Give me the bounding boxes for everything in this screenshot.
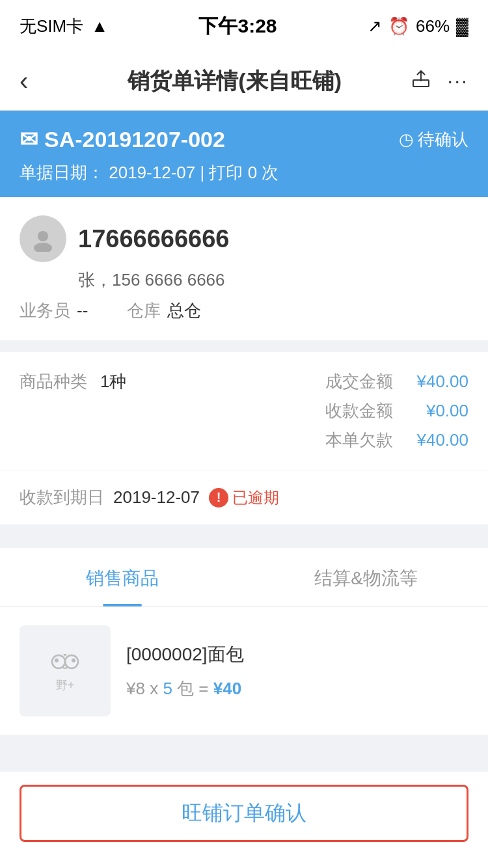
back-button[interactable]: ‹ <box>20 66 59 96</box>
nav-bar: ‹ 销货单详情(来自旺铺) ··· <box>0 52 488 111</box>
product-thumbnail: 野+ <box>20 625 111 716</box>
alarm-icon: ⏰ <box>388 16 409 36</box>
svg-point-2 <box>38 231 48 241</box>
nav-actions: ··· <box>411 68 468 94</box>
product-item: 野+ [0000002]面包 ¥8 x 5 包 = ¥40 <box>0 607 488 735</box>
order-status: ◷ 待确认 <box>399 128 468 151</box>
battery-icon: ▓ <box>456 16 468 36</box>
customer-meta: 业务员 -- 仓库 总仓 <box>20 299 468 322</box>
status-time: 下午3:28 <box>198 13 277 40</box>
deal-amount-row: 成交金额 ¥40.00 <box>325 370 468 393</box>
amount-details: 成交金额 ¥40.00 收款金额 ¥0.00 本单欠款 ¥40.00 <box>325 370 468 452</box>
status-left: 无SIM卡 ▲ <box>20 15 108 38</box>
customer-section: 17666666666 张，156 6666 6666 业务员 -- 仓库 总仓 <box>0 197 488 340</box>
due-date-section: 收款到期日 2019-12-07 ! 已逾期 <box>0 470 488 524</box>
wifi-icon: ▲ <box>91 16 108 36</box>
svg-point-3 <box>34 243 52 252</box>
svg-marker-8 <box>63 654 67 657</box>
status-bar: 无SIM卡 ▲ 下午3:28 ↗ ⏰ 66% ▓ <box>0 0 488 52</box>
status-clock-icon: ◷ <box>399 129 414 150</box>
product-type: 商品种类 1种 <box>20 370 126 393</box>
svg-point-6 <box>55 658 59 662</box>
carrier-label: 无SIM卡 <box>20 15 83 38</box>
order-id: ✉ SA-20191207-002 <box>20 126 225 152</box>
product-info: [0000002]面包 ¥8 x 5 包 = ¥40 <box>126 642 468 700</box>
warehouse-item: 仓库 总仓 <box>127 299 201 322</box>
received-amount-row: 收款金额 ¥0.00 <box>325 400 468 422</box>
overdue-badge: ! 已逾期 <box>209 487 279 508</box>
divider-2 <box>0 524 488 536</box>
divider-1 <box>0 340 488 352</box>
svg-point-4 <box>52 655 65 668</box>
location-icon: ↗ <box>368 16 382 36</box>
customer-avatar <box>20 215 66 262</box>
svg-point-5 <box>65 655 78 668</box>
sales-item: 业务员 -- <box>20 299 88 322</box>
owed-amount-row: 本单欠款 ¥40.00 <box>325 429 468 452</box>
order-id-icon: ✉ <box>20 126 38 152</box>
product-name: [0000002]面包 <box>126 642 468 667</box>
confirm-button-wrapper: 旺铺订单确认 <box>0 772 488 868</box>
product-calc: ¥8 x 5 包 = ¥40 <box>126 677 468 700</box>
tab-sales-products[interactable]: 销售商品 <box>0 548 244 606</box>
more-button[interactable]: ··· <box>447 69 468 93</box>
customer-name: 张，156 6666 6666 <box>78 269 468 292</box>
svg-point-7 <box>72 658 75 662</box>
confirm-order-button[interactable]: 旺铺订单确认 <box>20 785 468 842</box>
order-date-info: 单据日期： 2019-12-07 | 打印 0 次 <box>20 161 468 184</box>
overdue-icon: ! <box>209 488 228 508</box>
amount-section: 商品种类 1种 成交金额 ¥40.00 收款金额 ¥0.00 本单欠款 ¥40.… <box>0 352 488 470</box>
page-title: 销货单详情(来自旺铺) <box>128 66 342 96</box>
tab-settlement[interactable]: 结算&物流等 <box>244 548 488 606</box>
header-card: ✉ SA-20191207-002 ◷ 待确认 单据日期： 2019-12-07… <box>0 111 488 197</box>
share-button[interactable] <box>411 68 431 94</box>
customer-phone: 17666666666 <box>78 225 229 253</box>
status-right: ↗ ⏰ 66% ▓ <box>368 16 468 36</box>
tabs-section: 销售商品 结算&物流等 野+ [000000 <box>0 548 488 735</box>
tabs-row: 销售商品 结算&物流等 <box>0 548 488 607</box>
battery-label: 66% <box>416 16 450 36</box>
